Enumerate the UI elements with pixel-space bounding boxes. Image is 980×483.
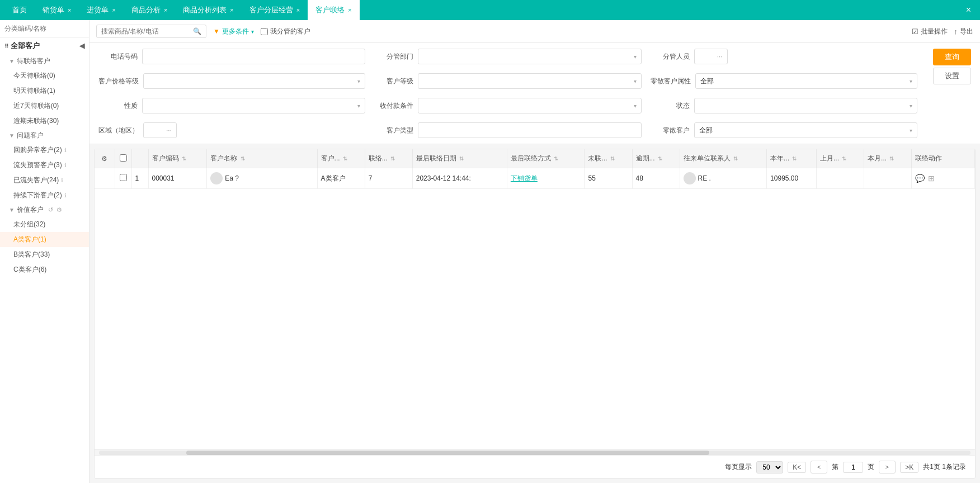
export-btn[interactable]: ↑ 导出	[954, 27, 974, 36]
sort-this-month: ⇅	[889, 155, 894, 162]
th-contact[interactable]: 联络... ⇅	[365, 149, 412, 168]
sort-this-year: ⇅	[792, 155, 797, 162]
sidebar-item-repurchase-abnormal[interactable]: 回购异常客户(2) ℹ	[0, 143, 89, 158]
close-all-tabs[interactable]: ×	[962, 5, 976, 15]
my-customers-checkbox[interactable]: 我分管的客户	[261, 27, 310, 36]
nav-product-analysis[interactable]: 商品分析 ×	[124, 0, 175, 20]
th-overdue[interactable]: 逾期... ⇅	[632, 149, 680, 168]
all-customers-header[interactable]: ⠿ 全部客户 ◀	[0, 37, 89, 54]
filter-retail-customer-select[interactable]: 全部 ▾	[694, 122, 917, 138]
filter-phone-input[interactable]	[142, 49, 365, 64]
nav-customer-contact[interactable]: 客户联络 ×	[308, 0, 359, 20]
filter-phone-label: 电话号码	[98, 52, 138, 61]
sidebar-item-churn-warning[interactable]: 流失预警客户(3) ℹ	[0, 158, 89, 173]
batch-op-icon: ☑	[912, 27, 918, 36]
collapse-icon[interactable]: ◀	[79, 42, 84, 50]
td-name: Ea ?	[207, 168, 317, 189]
th-unit-contact[interactable]: 往来单位联系人 ⇅	[680, 149, 767, 168]
filter-customer-type-input[interactable]	[418, 122, 641, 138]
filter-person-dots[interactable]: ···	[694, 49, 728, 64]
th-contact-action: 联络动作	[912, 149, 975, 168]
qr-icon[interactable]: ⊞	[928, 174, 935, 183]
chevron-down-icon: ▾	[634, 54, 637, 60]
query-button[interactable]: 查询	[933, 49, 971, 65]
row-checkbox[interactable]	[120, 174, 127, 181]
th-settings[interactable]: ⚙	[95, 149, 115, 168]
close-sales-order[interactable]: ×	[68, 7, 71, 13]
filter-nature-select[interactable]: ▾	[142, 98, 365, 113]
grid-icon: ⠿	[4, 43, 8, 49]
sidebar-item-7days-pending[interactable]: 近7天待联络(0)	[0, 98, 89, 113]
export-icon: ↑	[954, 27, 958, 36]
filter-payment-select[interactable]: ▾	[418, 98, 641, 113]
th-last-contact-date[interactable]: 最后联络日期 ⇅	[412, 149, 507, 168]
chat-icon[interactable]: 💬	[915, 174, 925, 183]
per-page-label: 每页显示	[725, 462, 752, 472]
per-page-select[interactable]: 50	[756, 461, 783, 473]
sidebar-item-today-pending[interactable]: 今天待联络(0)	[0, 68, 89, 83]
filter-dept-select[interactable]: ▾	[418, 49, 641, 64]
pending-group-title[interactable]: ▼ 待联络客户	[0, 54, 89, 68]
sidebar-item-tomorrow-pending[interactable]: 明天待联络(1)	[0, 83, 89, 98]
close-customer-tier[interactable]: ×	[296, 7, 300, 13]
filter-retail-customer-label: 零散客户	[651, 126, 690, 135]
th-no-contact[interactable]: 未联... ⇅	[585, 149, 632, 168]
last-page-btn[interactable]: >K	[900, 462, 918, 473]
page-input[interactable]	[843, 462, 863, 473]
filter-search-icon[interactable]: 🔍	[193, 27, 201, 35]
info-icon-1: ℹ	[64, 147, 67, 153]
value-group-title[interactable]: ▼ 价值客户 ↺ ⚙	[0, 203, 89, 217]
nav-home[interactable]: 首页	[4, 0, 35, 20]
filter-status-select[interactable]: ▾	[694, 98, 917, 113]
th-name[interactable]: 客户名称 ⇅	[207, 149, 317, 168]
sidebar-item-declining[interactable]: 持续下滑客户(2) ℹ	[0, 188, 89, 203]
settings-button[interactable]: 设置	[933, 68, 971, 84]
sidebar-item-a-class[interactable]: A类客户(1)	[0, 232, 89, 247]
close-customer-contact[interactable]: ×	[348, 7, 351, 13]
th-last-contact-method[interactable]: 最后联络方式 ⇅	[507, 149, 585, 168]
nav-product-analysis-list[interactable]: 商品分析列表 ×	[175, 0, 241, 20]
value-group-refresh[interactable]: ↺	[48, 206, 53, 214]
my-customers-check[interactable]	[261, 28, 268, 35]
content-area: 🔍 ▼ 更多条件 ▾ 我分管的客户 ☑ 批量操作 ↑ 导出	[89, 20, 980, 483]
th-checkbox[interactable]	[115, 149, 131, 168]
prev-page-btn[interactable]: ＜	[811, 461, 827, 473]
sidebar-item-c-class[interactable]: C类客户(6)	[0, 262, 89, 277]
sidebar-item-overdue-pending[interactable]: 逾期未联络(30)	[0, 113, 89, 129]
last-contact-method-link[interactable]: 下销货单	[511, 174, 538, 182]
close-purchase-order[interactable]: ×	[112, 7, 115, 13]
more-conditions-btn[interactable]: ▼ 更多条件 ▾	[213, 27, 254, 36]
nav-purchase-order[interactable]: 进货单 ×	[79, 0, 123, 20]
th-code[interactable]: 客户编码 ⇅	[148, 149, 207, 168]
filter-retail-attr-select[interactable]: 全部 ▾	[695, 73, 917, 89]
value-group-settings[interactable]: ⚙	[56, 206, 62, 214]
select-all-checkbox[interactable]	[120, 154, 127, 162]
close-product-analysis[interactable]: ×	[164, 7, 167, 13]
th-last-month[interactable]: 上月... ⇅	[816, 149, 864, 168]
th-this-month[interactable]: 本月... ⇅	[864, 149, 912, 168]
filter-customer-level-select[interactable]: ▾	[418, 73, 641, 89]
td-this-year: 10995.00	[767, 168, 817, 189]
td-last-contact-method[interactable]: 下销货单	[507, 168, 585, 189]
sidebar-item-b-class[interactable]: B类客户(33)	[0, 247, 89, 262]
filter-search-input[interactable]	[101, 27, 191, 35]
sidebar-search-input[interactable]	[4, 25, 88, 32]
filter-price-level-select[interactable]: ▾	[143, 73, 365, 89]
sidebar-item-ungrouped[interactable]: 未分组(32)	[0, 217, 89, 232]
filter-region-dots[interactable]: ···	[143, 122, 177, 138]
th-category[interactable]: 客户... ⇅	[317, 149, 365, 168]
nav-sales-order[interactable]: 销货单 ×	[35, 0, 79, 20]
sort-category: ⇅	[343, 155, 347, 162]
table-scrollbar[interactable]	[95, 449, 975, 456]
nav-customer-tier[interactable]: 客户分层经营 ×	[242, 0, 308, 20]
next-page-btn[interactable]: ＞	[879, 461, 896, 473]
batch-op-btn[interactable]: ☑ 批量操作	[912, 27, 948, 36]
th-this-year[interactable]: 本年... ⇅	[767, 149, 817, 168]
first-page-btn[interactable]: K<	[788, 462, 806, 473]
close-product-analysis-list[interactable]: ×	[230, 7, 233, 13]
problem-group-title[interactable]: ▼ 问题客户	[0, 129, 89, 143]
td-checkbox[interactable]	[115, 168, 131, 189]
filter-search-box: 🔍	[96, 25, 206, 38]
chevron-down-icon-8: ▾	[910, 127, 912, 134]
sidebar-item-churned[interactable]: 已流失客户(24) ℹ	[0, 173, 89, 188]
